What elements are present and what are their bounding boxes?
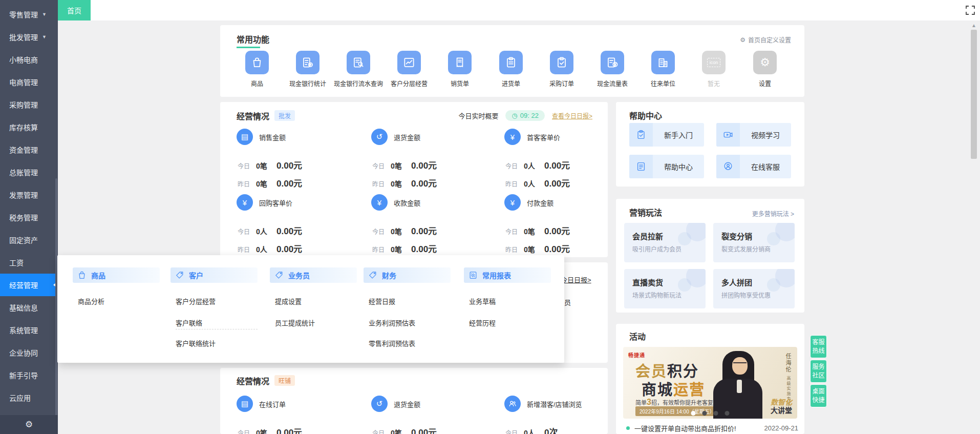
sidebar-item-ecom[interactable]: 电商管理 xyxy=(0,71,58,93)
sidebar-item-purchase[interactable]: 采购管理 xyxy=(0,93,58,116)
popup-item-customer-contact[interactable]: 客户联络 xyxy=(176,318,202,327)
report-icon xyxy=(468,270,478,280)
business-partner-icon xyxy=(651,51,675,74)
today-summary-label: 今日实时概要 xyxy=(458,111,498,120)
quick-item-settings[interactable]: ⚙ 设置 xyxy=(732,51,798,88)
popup-item-business-profit-forecast[interactable]: 业务利润预估表 xyxy=(369,318,415,327)
marketing-card-fission-distribution[interactable]: 裂变分销 裂变式发展分销商 xyxy=(713,223,795,262)
page-scrollbar-thumb[interactable] xyxy=(971,30,977,159)
sidebar-item-fixed-assets[interactable]: 固定资产 xyxy=(0,229,58,251)
sidebar-item-xiaochang-ecom[interactable]: 小畅电商 xyxy=(0,48,58,71)
popup-col-salesman: 业务员 提成设置 员工提成统计 xyxy=(270,255,367,363)
marketing-card-member-acquisition[interactable]: 会员拉新 吸引用户成为会员 xyxy=(624,223,706,262)
sidebar-item-tax[interactable]: 税务管理 xyxy=(0,206,58,229)
carousel-dot-3[interactable] xyxy=(714,411,718,416)
online-service-icon xyxy=(716,155,740,178)
quick-functions-card: 常用功能 ⚙ 首页自定义设置 商品 现金银行统计 现金银行流水查询 客户分层经营… xyxy=(220,25,804,97)
gear-icon[interactable]: ⚙ xyxy=(25,419,33,430)
sidebar-item-salary[interactable]: 工资 xyxy=(0,251,58,274)
retail-report-link[interactable]: 今日日报> xyxy=(561,275,591,284)
section-title: 经营情况批发 xyxy=(237,110,295,122)
help-card-online-service[interactable]: 在线客服 xyxy=(716,155,791,178)
sidebar-item-basic-info[interactable]: 基础信息 xyxy=(0,296,58,319)
popup-item-business-draft[interactable]: 业务草稿 xyxy=(469,296,496,306)
tab-home[interactable]: 首页 xyxy=(58,0,91,20)
time-badge: ◷09: 22 xyxy=(505,110,545,121)
popup-item-operation-daily[interactable]: 经营日报 xyxy=(369,296,395,306)
clock-icon: ◷ xyxy=(512,112,517,119)
sidebar-item-cloud-apps[interactable]: 云应用 xyxy=(0,386,58,409)
desktop-shortcut-button[interactable]: 桌面快捷 xyxy=(810,384,827,407)
sidebar-item-beginner[interactable]: 新手引导 xyxy=(0,364,58,386)
price-tag-icon: ¥ xyxy=(504,129,521,145)
group-watermark-icon xyxy=(775,269,795,287)
popup-item-commission-settings[interactable]: 提成设置 xyxy=(275,296,302,306)
popup-item-commission-stats[interactable]: 员工提成统计 xyxy=(275,318,315,327)
sidebar-item-wholesale[interactable]: 批发管理▼ xyxy=(0,26,58,48)
popup-item-operation-history[interactable]: 经营历程 xyxy=(469,318,496,327)
purchase-order-icon xyxy=(550,51,573,74)
scrollbar-up-arrow[interactable]: ▲ xyxy=(971,23,976,28)
wholesale-badge: 批发 xyxy=(274,110,295,121)
carousel-dot-1[interactable] xyxy=(691,411,696,416)
activity-banner[interactable]: 畅捷通 会员积分 商城运营 简单3招，有效帮你提升老客复购率 2022年9月16… xyxy=(623,347,797,419)
fullscreen-icon[interactable] xyxy=(966,6,975,15)
popup-item-product-analysis[interactable]: 商品分析 xyxy=(78,296,104,306)
more-marketing-link[interactable]: 更多营销玩法 > xyxy=(752,209,794,218)
carousel-dot-4[interactable] xyxy=(725,411,730,416)
people-icon xyxy=(504,396,521,412)
sales-order-icon xyxy=(448,51,472,74)
daily-report-link[interactable]: 查看今日日报> xyxy=(552,111,592,120)
price-tag-icon: ¥ xyxy=(237,194,253,211)
carousel-dot-2[interactable] xyxy=(702,411,707,416)
popup-item-customer-contact-stats[interactable]: 客户联络统计 xyxy=(176,338,216,348)
quick-functions-title: 常用功能 xyxy=(237,33,269,45)
help-card-help-center[interactable]: 帮助中心 xyxy=(629,155,704,178)
help-center-panel: 帮助中心 新手入门 视频学习 帮助中心 在线客服 xyxy=(616,102,804,187)
money-pay-icon: ¥ xyxy=(504,194,521,211)
metric-return-amount: ↺退货金额 今日0笔0.00元 昨日0笔0.00元 xyxy=(371,129,499,189)
sidebar-item-ledger[interactable]: 总账管理 xyxy=(0,161,58,183)
sidebar-item-funds[interactable]: 资金管理 xyxy=(0,138,58,161)
return-arrow-icon: ↺ xyxy=(371,129,388,145)
service-community-button[interactable]: 服务社区 xyxy=(810,360,827,383)
metric-repurchase-price: ¥回购客单价 今日0人0.00元 昨日0人0.00元 xyxy=(237,194,365,255)
sidebar-item-invoice[interactable]: 发票管理 xyxy=(0,183,58,206)
fission-watermark-icon xyxy=(775,223,795,241)
home-customize-link[interactable]: ⚙ 首页自定义设置 xyxy=(740,35,791,44)
cash-flow-icon xyxy=(601,51,624,74)
sidebar-item-system[interactable]: 系统管理 xyxy=(0,319,58,341)
sidebar-item-retail[interactable]: 零售管理▼ xyxy=(0,3,58,26)
help-card-beginner-guide[interactable]: 新手入门 xyxy=(629,123,704,147)
sidebar-item-inventory[interactable]: 库存核算 xyxy=(0,116,58,138)
marketing-title: 营销玩法 xyxy=(629,206,662,218)
metric-payment-amount: ¥付款金额 今日0笔0.00元 昨日0笔0.00元 xyxy=(504,194,632,255)
sales-doc-icon: ▤ xyxy=(237,129,253,145)
customer-segment-icon xyxy=(397,51,421,74)
popup-col-customer: 客户 客户分层经营 客户联络 客户联络统计 xyxy=(171,255,268,363)
metric-return-amount: ↺退货金额 今日0笔0.00元 xyxy=(371,396,499,434)
online-order-icon: ▤ xyxy=(237,396,253,412)
salesman-tag-icon xyxy=(274,270,284,280)
customer-tag-icon xyxy=(175,270,185,280)
gear-icon: ⚙ xyxy=(740,36,745,44)
help-card-video-learning[interactable]: 视频学习 xyxy=(716,123,791,147)
popup-col-product: 商品 商品分析 xyxy=(73,255,170,363)
video-icon xyxy=(716,123,740,147)
sidebar-item-operation[interactable]: 经营管理 xyxy=(0,274,58,296)
chevron-down-icon: ▼ xyxy=(42,12,47,17)
marketing-card-live-selling[interactable]: 直播卖货 场景式购物新玩法 xyxy=(624,269,706,308)
marketing-card-group-buying[interactable]: 多人拼团 拼团购物享受优惠 xyxy=(713,269,795,308)
top-bar xyxy=(0,0,980,20)
popup-item-customer-segment[interactable]: 客户分层经营 xyxy=(176,296,216,306)
sidebar-item-enterprise[interactable]: 企业协同 xyxy=(0,341,58,364)
finance-tag-icon xyxy=(368,270,378,280)
activity-news-item[interactable]: 一键设置开单自动带出商品折扣价! 2022-09-21 xyxy=(626,423,798,433)
popup-item-retail-profit-forecast[interactable]: 零售利润预估表 xyxy=(369,338,415,348)
sidebar-settings-bar: ⚙ xyxy=(0,415,58,434)
member-watermark-icon xyxy=(686,223,706,241)
service-hotline-button[interactable]: 客服热线 xyxy=(810,335,827,358)
product-bag-icon xyxy=(77,270,87,280)
metric-online-orders: ▤在线订单 今日0笔0.00元 xyxy=(237,396,365,434)
popup-col-common-reports: 常用报表 业务草稿 经营历程 xyxy=(464,255,561,363)
